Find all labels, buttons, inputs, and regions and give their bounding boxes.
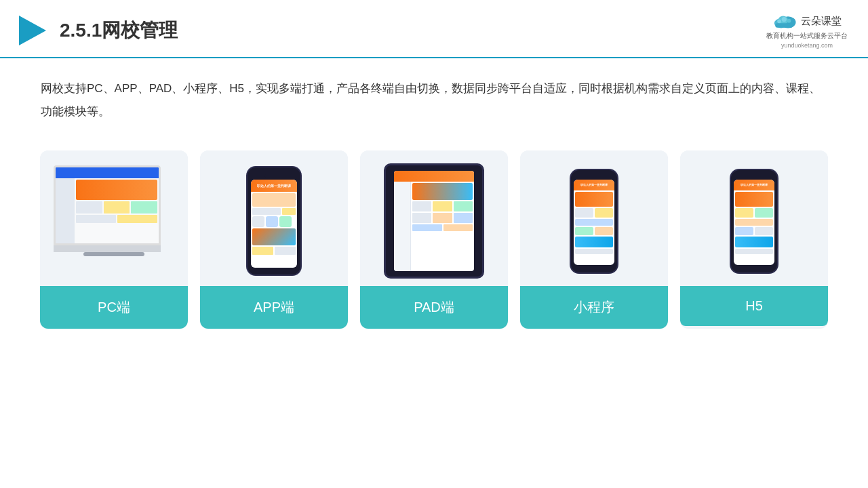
cloud-icon [772, 12, 797, 30]
logo-area: 云朵课堂 教育机构一站式服务云平台 yunduoketang.com [766, 12, 848, 49]
svg-marker-0 [19, 16, 46, 45]
page-title: 2.5.1网校管理 [60, 18, 178, 43]
card-image-app: 职达人的第一堂判断课 [200, 150, 348, 286]
card-image-pad [360, 150, 508, 286]
card-pc: PC端 [40, 150, 188, 329]
play-icon [14, 13, 49, 48]
card-app: 职达人的第一堂判断课 [200, 150, 348, 329]
card-label-pad: PAD端 [360, 286, 508, 329]
card-miniprogram: 职达人的第一堂判断课 [520, 150, 668, 329]
card-image-h5: 职达人的第一堂判断课 [680, 150, 828, 286]
svg-rect-4 [775, 23, 793, 27]
card-label-pc: PC端 [40, 286, 188, 329]
logo-name: 云朵课堂 [801, 15, 842, 28]
card-label-h5: H5 [680, 286, 828, 326]
desktop-screen [54, 165, 161, 245]
tablet-mockup [384, 163, 484, 279]
header: 2.5.1网校管理 云朵课堂 教育机构一站式服务云平台 yunduoketang… [0, 0, 868, 58]
svg-point-6 [782, 17, 787, 22]
logo-url: yunduoketang.com [781, 42, 833, 49]
logo-subtitle: 教育机构一站式服务云平台 [766, 31, 848, 41]
mini-phone-mockup-1: 职达人的第一堂判断课 [570, 169, 618, 274]
svg-point-5 [777, 19, 781, 23]
mini-phone-mockup-2: 职达人的第一堂判断课 [730, 169, 778, 274]
description: 网校支持PC、APP、PAD、小程序、H5，实现多端打通，产品各终端自由切换，数… [0, 58, 868, 130]
card-h5: 职达人的第一堂判断课 [680, 150, 828, 329]
card-label-miniprogram: 小程序 [520, 286, 668, 329]
logo-cloud: 云朵课堂 [772, 12, 842, 30]
svg-point-7 [787, 19, 791, 23]
description-text: 网校支持PC、APP、PAD、小程序、H5，实现多端打通，产品各终端自由切换，数… [41, 77, 827, 123]
header-left: 2.5.1网校管理 [14, 13, 178, 48]
cards-container: PC端 职达人的第一堂判断课 [0, 137, 868, 342]
card-pad: PAD端 [360, 150, 508, 329]
card-image-miniprogram: 职达人的第一堂判断课 [520, 150, 668, 286]
phone-mockup-app: 职达人的第一堂判断课 [246, 166, 302, 276]
card-image-pc [40, 150, 188, 286]
desktop-mockup [54, 165, 174, 277]
card-label-app: APP端 [200, 286, 348, 329]
